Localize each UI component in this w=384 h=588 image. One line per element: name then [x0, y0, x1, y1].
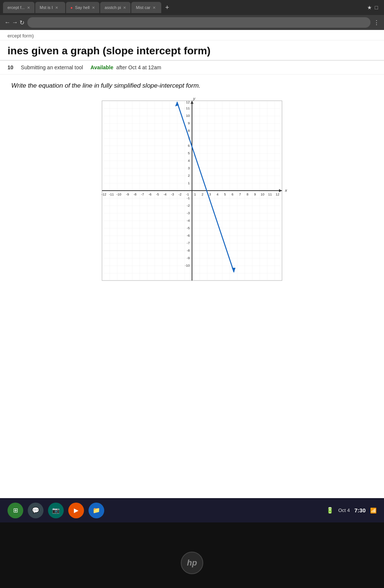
taskbar: ⊞ 💬 📷 ▶ 📁 🔋 Oct 4 7:30 📶 — [0, 498, 384, 522]
svg-text:8: 8 — [188, 129, 190, 133]
menu-icon: ⊞ — [13, 507, 18, 514]
page-content: ercept form) ines given a graph (slope i… — [0, 30, 384, 506]
graph-container: 1 2 3 4 5 6 7 8 9 10 11 12 -1 — [11, 97, 373, 292]
svg-text:-8: -8 — [134, 193, 136, 196]
chat-icon: 💬 — [32, 507, 39, 514]
svg-text:-12: -12 — [101, 193, 106, 196]
tab-2-close[interactable]: ✕ — [55, 6, 58, 10]
tab-bar: ercept f... ✕ Mst is I ✕ ● Say hell ✕ as… — [0, 0, 384, 15]
svg-text:9: 9 — [188, 121, 190, 125]
tab-3-label: Say hell — [75, 5, 90, 10]
svg-text:-10: -10 — [185, 264, 190, 267]
window-controls: ★ □ — [367, 4, 381, 10]
taskbar-clock: 7:30 — [354, 507, 366, 513]
svg-text:2: 2 — [201, 193, 203, 196]
question-text: Write the equation of the line in fully … — [11, 82, 373, 90]
svg-text:-9: -9 — [187, 256, 190, 260]
svg-text:-8: -8 — [187, 249, 190, 252]
taskbar-icon-play[interactable]: ▶ — [68, 503, 84, 518]
more-button[interactable]: ⋮ — [374, 19, 380, 26]
taskbar-icon-chat[interactable]: 💬 — [28, 503, 44, 518]
svg-text:8: 8 — [246, 193, 248, 196]
window-icon[interactable]: □ — [375, 4, 378, 10]
available-text: after Oct 4 at 12am — [116, 64, 161, 70]
svg-text:10: 10 — [186, 114, 190, 118]
back-button[interactable]: ← — [4, 19, 10, 26]
svg-text:4: 4 — [188, 159, 190, 163]
svg-text:7: 7 — [239, 193, 241, 196]
tab-add-button[interactable]: + — [162, 2, 172, 13]
availability-info: Available after Oct 4 at 12am — [90, 64, 161, 70]
camera-icon: 📷 — [52, 507, 60, 514]
svg-text:-2: -2 — [187, 204, 190, 207]
svg-text:-10: -10 — [116, 193, 121, 196]
question-area: Write the equation of the line in fully … — [0, 75, 384, 299]
browser-chrome: ercept f... ✕ Mst is I ✕ ● Say hell ✕ as… — [0, 0, 384, 30]
address-bar[interactable] — [27, 17, 370, 28]
youtube-icon: ● — [70, 6, 73, 10]
svg-text:9: 9 — [254, 193, 256, 196]
svg-text:6: 6 — [188, 144, 190, 148]
hp-text: hp — [187, 558, 197, 568]
tab-5-close[interactable]: ✕ — [153, 6, 156, 10]
svg-text:3: 3 — [209, 193, 211, 196]
svg-text:12: 12 — [186, 100, 190, 104]
taskbar-date: Oct 4 — [338, 507, 350, 513]
svg-text:11: 11 — [186, 106, 190, 110]
svg-text:5: 5 — [224, 193, 226, 196]
nav-bar: ← → ↻ ⋮ — [0, 15, 384, 30]
browser-actions: ⋮ — [374, 19, 380, 26]
tab-2-label: Mst is I — [40, 5, 53, 10]
svg-text:-11: -11 — [109, 193, 114, 196]
svg-text:-5: -5 — [187, 226, 190, 230]
svg-text:-4: -4 — [164, 193, 166, 196]
tab-4-close[interactable]: ✕ — [123, 6, 126, 10]
taskbar-icon-camera[interactable]: 📷 — [48, 503, 64, 518]
bookmark-icon[interactable]: ★ — [367, 4, 372, 10]
graph-wrapper: 1 2 3 4 5 6 7 8 9 10 11 12 -1 — [94, 97, 290, 292]
svg-text:1: 1 — [188, 181, 190, 185]
svg-text:5: 5 — [188, 151, 190, 155]
svg-text:3: 3 — [188, 166, 190, 170]
tab-3-close[interactable]: ✕ — [92, 6, 95, 10]
nav-buttons: ← → ↻ — [4, 19, 24, 26]
svg-text:10: 10 — [261, 193, 264, 196]
svg-text:-7: -7 — [141, 193, 144, 196]
tab-4[interactable]: asstch pi ✕ — [100, 2, 130, 13]
svg-text:-3: -3 — [171, 193, 174, 196]
tab-5[interactable]: Mist car ✕ — [131, 2, 161, 13]
svg-text:-6: -6 — [187, 234, 190, 237]
tab-5-label: Mist car — [136, 5, 150, 10]
taskbar-icon-files[interactable]: 📁 — [88, 503, 104, 518]
svg-text:6: 6 — [231, 193, 233, 196]
refresh-button[interactable]: ↻ — [20, 19, 24, 26]
coordinate-graph: 1 2 3 4 5 6 7 8 9 10 11 12 -1 — [94, 97, 290, 292]
svg-text:-1: -1 — [186, 193, 189, 196]
wifi-icon: 📶 — [370, 507, 376, 513]
svg-text:-1: -1 — [187, 196, 190, 200]
svg-text:y: y — [193, 97, 196, 101]
svg-text:-2: -2 — [178, 193, 182, 196]
tab-3[interactable]: ● Say hell ✕ — [66, 2, 99, 13]
laptop-bezel: hp — [0, 522, 384, 588]
add-tab-icon: + — [165, 4, 169, 12]
hp-logo: hp — [181, 552, 203, 574]
svg-text:-6: -6 — [148, 193, 152, 196]
tab-1-label: ercept f... — [8, 5, 25, 10]
svg-text:12: 12 — [276, 193, 279, 196]
tab-1-close[interactable]: ✕ — [27, 6, 30, 10]
play-icon: ▶ — [74, 507, 78, 514]
svg-text:1: 1 — [194, 193, 196, 196]
available-label: Available — [90, 64, 113, 70]
taskbar-icon-menu[interactable]: ⊞ — [8, 503, 23, 518]
tab-1[interactable]: ercept f... ✕ — [3, 2, 34, 13]
assignment-meta: 10 Submitting an external tool Available… — [0, 61, 384, 75]
svg-text:-3: -3 — [187, 211, 190, 215]
points-value: 10 — [8, 64, 14, 70]
svg-text:11: 11 — [268, 193, 272, 196]
tab-2[interactable]: Mst is I ✕ — [35, 2, 65, 13]
svg-text:2: 2 — [188, 174, 190, 178]
svg-text:-7: -7 — [187, 241, 190, 245]
tab-4-label: asstch pi — [105, 5, 121, 10]
forward-button[interactable]: → — [12, 19, 18, 26]
